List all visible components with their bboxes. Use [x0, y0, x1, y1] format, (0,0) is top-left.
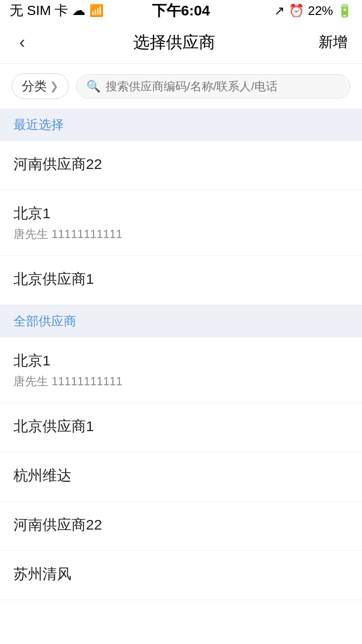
- wifi-icon: 📶: [89, 4, 104, 17]
- item-sub: 唐先生 11111111111: [14, 374, 348, 389]
- recent-list-item[interactable]: 北京1唐先生 11111111111: [0, 190, 362, 256]
- search-input[interactable]: [106, 80, 340, 93]
- recent-list-item[interactable]: 北京供应商1: [0, 256, 362, 305]
- location-icon: ↗: [274, 3, 285, 18]
- recent-section-label: 最近选择: [14, 117, 64, 132]
- category-filter-button[interactable]: 分类 ❯: [12, 73, 69, 99]
- all-list-item[interactable]: 北京供应商1: [0, 403, 362, 452]
- all-list-item[interactable]: 苏州清风: [0, 551, 362, 600]
- status-time: 下午6:04: [152, 1, 210, 21]
- all-list-item[interactable]: 杭州维达: [0, 452, 362, 502]
- item-name: 杭州维达: [14, 466, 348, 486]
- sim-status: 无 SIM 卡 ☁: [10, 1, 85, 20]
- status-right: ↗ ⏰ 22% 🔋: [274, 3, 352, 18]
- search-box: 🔍: [76, 74, 350, 98]
- all-section-label: 全部供应商: [14, 314, 76, 328]
- battery-icon: 🔋: [337, 3, 352, 18]
- all-section-header: 全部供应商: [0, 305, 362, 337]
- add-supplier-button[interactable]: 新增: [319, 32, 348, 52]
- status-bar: 无 SIM 卡 ☁ 📶 下午6:04 ↗ ⏰ 22% 🔋: [0, 0, 362, 21]
- category-label: 分类: [22, 78, 47, 95]
- filter-bar: 分类 ❯ 🔍: [0, 64, 362, 109]
- alarm-icon: ⏰: [289, 3, 304, 18]
- search-icon: 🔍: [86, 80, 101, 93]
- item-name: 河南供应商22: [14, 515, 348, 535]
- item-name: 北京供应商1: [14, 417, 348, 436]
- all-list-item[interactable]: 北京1唐先生 11111111111: [0, 337, 362, 403]
- all-items-list: 北京1唐先生 11111111111北京供应商1杭州维达河南供应商22苏州清风: [0, 337, 362, 600]
- back-button[interactable]: ‹: [14, 28, 30, 57]
- item-name: 北京1: [14, 204, 348, 224]
- nav-bar: ‹ 选择供应商 新增: [0, 21, 362, 64]
- all-list-item[interactable]: 河南供应商22: [0, 502, 362, 551]
- item-sub: 唐先生 11111111111: [14, 226, 348, 242]
- item-name: 北京1: [14, 351, 348, 371]
- item-name: 北京供应商1: [14, 269, 348, 289]
- recent-section-header: 最近选择: [0, 109, 362, 141]
- chevron-right-icon: ❯: [50, 80, 58, 93]
- battery-indicator: 22%: [308, 3, 333, 18]
- item-name: 苏州清风: [14, 564, 348, 584]
- status-left: 无 SIM 卡 ☁ 📶: [10, 1, 104, 20]
- recent-items-list: 河南供应商22北京1唐先生 11111111111北京供应商1: [0, 141, 362, 305]
- recent-list-item[interactable]: 河南供应商22: [0, 141, 362, 190]
- item-name: 河南供应商22: [14, 154, 348, 174]
- page-title: 选择供应商: [133, 31, 215, 54]
